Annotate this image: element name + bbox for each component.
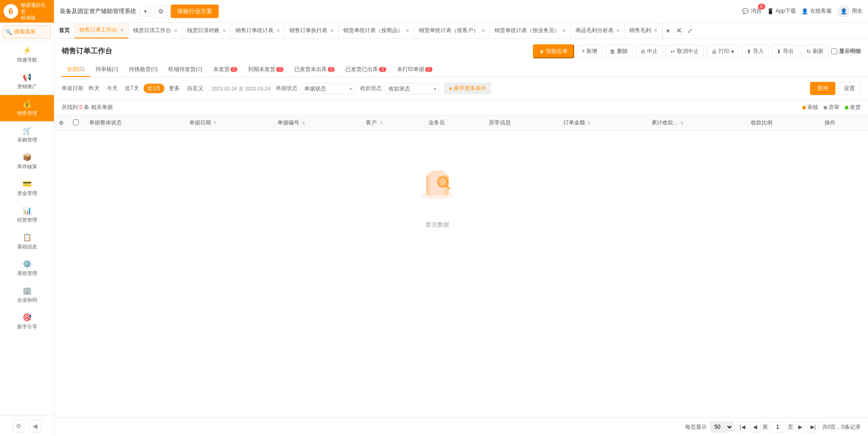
system-dropdown[interactable]: ▾ xyxy=(140,6,151,16)
collapse-sidebar-button[interactable]: ◀ xyxy=(29,420,42,432)
subtab-pending-verify[interactable]: 待拣验货(0) xyxy=(124,63,163,77)
query-button[interactable]: 查询 xyxy=(810,82,835,95)
select-all-checkbox[interactable] xyxy=(73,119,79,125)
date-opt-yesterday[interactable]: 昨天 xyxy=(86,84,102,93)
tab-more-button[interactable]: ▾ xyxy=(662,23,673,38)
expand-conditions-button[interactable]: ▾ 展开更多条件 xyxy=(444,83,491,94)
app-download-button[interactable]: 📱 App下载 xyxy=(767,7,796,15)
stop-button[interactable]: ⊘ 中止 xyxy=(636,45,663,58)
payment-status-select[interactable]: 收款状态 xyxy=(384,83,439,94)
date-opt-today[interactable]: 今天 xyxy=(104,84,120,93)
amount-sort-icon[interactable]: ⇅ xyxy=(587,120,591,125)
collected-sort-icon[interactable]: ⇅ xyxy=(680,120,684,125)
sidebar-item-sales[interactable]: 💰 销售管理 xyxy=(0,95,54,122)
smart-create-button[interactable]: ★ 智能生单 xyxy=(533,44,574,58)
tab-sales-order-stats[interactable]: 销售订单统计表 ✕ xyxy=(231,23,285,38)
page-number-input[interactable] xyxy=(770,422,786,432)
col-abnormal: 异常信息 xyxy=(484,115,558,131)
sidebar-item-operations[interactable]: 📊 经营管理 xyxy=(0,202,54,228)
refresh-icon: ↻ xyxy=(806,48,811,55)
logo: 6 畅捷通好生意 标准版 xyxy=(0,0,54,23)
first-page-button[interactable]: |◀ xyxy=(737,422,748,432)
per-page-select[interactable]: 50 100 200 xyxy=(710,422,734,432)
export-button[interactable]: ⬇ 导出 xyxy=(772,45,799,58)
date-opt-last1month[interactable]: 近1月 xyxy=(144,84,165,93)
tab-home[interactable]: 首页 xyxy=(54,23,75,38)
sidebar-item-guide[interactable]: 🎯 新手引导 xyxy=(0,308,54,335)
close-all-tabs-button[interactable]: ✕ xyxy=(673,23,685,38)
sidebar-item-system[interactable]: ⚙️ 系统管理 xyxy=(0,255,54,282)
tab-close-sales-stats-customer[interactable]: ✕ xyxy=(481,28,485,33)
subtab-pending-review[interactable]: 待审核(0) xyxy=(90,63,124,77)
sidebar-item-inventory[interactable]: 📦 库存核算 xyxy=(0,148,54,175)
unreviewed-action-button[interactable]: 弃审 xyxy=(824,104,839,111)
tab-cash-reconcile[interactable]: 钱货日清对账 ✕ xyxy=(182,23,231,38)
import-button[interactable]: ⬆ 导入 xyxy=(742,45,769,58)
subtab-not-shipped[interactable]: 未发货0 xyxy=(208,63,243,77)
tab-close-sales-order-stats[interactable]: ✕ xyxy=(276,28,280,33)
tab-product-margin[interactable]: 商品毛利分析表 ✕ xyxy=(571,23,625,38)
tab-sales-stats-customer[interactable]: 销货单统计表（按客户） ✕ xyxy=(414,23,490,38)
tab-close-sales-order-exec[interactable]: ✕ xyxy=(330,28,334,33)
customer-sort-icon[interactable]: ⇅ xyxy=(379,120,383,125)
tab-close-cash-daily[interactable]: ✕ xyxy=(174,28,177,33)
subtab-wangpu-ship[interactable]: 旺铺待发货(0) xyxy=(163,63,208,77)
sidebar-item-finance[interactable]: 💳 资金管理 xyxy=(0,175,54,202)
expand-tabs-button[interactable]: ⤢ xyxy=(685,23,695,38)
sidebar-item-purchase[interactable]: 🛒 采购管理 xyxy=(0,122,54,148)
date-opt-last7[interactable]: 近7天 xyxy=(122,84,142,93)
message-button[interactable]: 💬 消息 6 xyxy=(742,7,762,15)
tab-sales-gross[interactable]: 销售毛利 ✕ xyxy=(625,23,662,38)
user-menu-button[interactable]: 👤 用友 xyxy=(837,5,863,18)
topbar-settings-button[interactable]: ⚙ xyxy=(154,5,167,18)
tab-close-sales-order-workbench[interactable]: ✕ xyxy=(120,28,124,33)
subtab-all[interactable]: 全部(0) xyxy=(62,63,90,77)
settings-footer-button[interactable]: ⚙ xyxy=(13,420,25,432)
prev-page-button[interactable]: ◀ xyxy=(750,422,761,432)
next-page-button[interactable]: ▶ xyxy=(795,422,806,432)
tab-close-product-margin[interactable]: ✕ xyxy=(616,28,620,33)
subtab-not-printed[interactable]: 未打印单据0 xyxy=(392,63,438,77)
subtab-overdue-unshipped[interactable]: 到期未发货0 xyxy=(243,63,289,77)
refresh-button[interactable]: ↻ 刷新 xyxy=(801,45,829,58)
settings-button[interactable]: 设置 xyxy=(838,82,861,95)
show-detail-checkbox-label[interactable]: 显示明细 xyxy=(831,47,861,55)
date-opt-custom[interactable]: 自定义 xyxy=(184,84,206,93)
ship-action-button[interactable]: 发货 xyxy=(845,104,861,111)
result-count: 共找到 0 条 相关单据 xyxy=(62,104,113,111)
tab-close-cash-reconcile[interactable]: ✕ xyxy=(222,28,226,33)
sidebar-search-section: 🔍 搜索菜单 xyxy=(0,23,54,42)
topbar: 装备及固定资产辅助管理系统 ▾ ⚙ 体验行业方案 💬 消息 6 📱 App下载 … xyxy=(54,0,868,23)
sidebar-item-marketing[interactable]: 📢 营销推广 xyxy=(0,68,54,95)
tab-sales-order-exec[interactable]: 销售订单执行表 ✕ xyxy=(285,23,339,38)
expand-icon: ▾ xyxy=(449,85,452,92)
sidebar-item-enterprise[interactable]: 🏢 企业协同 xyxy=(0,282,54,308)
sidebar-item-basic-info[interactable]: 📋 基础信息 xyxy=(0,228,54,255)
subtab-shipped-not-out[interactable]: 已发货未出库0 xyxy=(289,63,340,77)
new-button[interactable]: + 新增 xyxy=(577,45,602,58)
tab-cash-daily[interactable]: 钱货日清工作台 ✕ xyxy=(129,23,182,38)
show-detail-checkbox[interactable] xyxy=(831,48,837,54)
tab-close-sales-stats-product[interactable]: ✕ xyxy=(406,28,409,33)
tab-close-sales-gross[interactable]: ✕ xyxy=(654,28,657,33)
delete-button[interactable]: 🗑 删除 xyxy=(605,45,633,58)
tab-close-sales-stats-staff[interactable]: ✕ xyxy=(562,28,566,33)
review-action-button[interactable]: 审核 xyxy=(802,104,818,111)
tab-sales-stats-staff[interactable]: 销货单统计表（按业务员） ✕ xyxy=(490,23,571,38)
settings-col-icon[interactable]: ⚙ xyxy=(59,120,64,126)
cancel-stop-button[interactable]: ↩ 取消中止 xyxy=(666,45,704,58)
sidebar-item-quick-nav[interactable]: ⚡ 快捷导航 xyxy=(0,42,54,68)
tab-sales-order-workbench[interactable]: 销售订单工作台 ✕ xyxy=(75,23,129,38)
print-button[interactable]: 🖨 打印 ▾ xyxy=(706,45,739,58)
tabbar: 首页 销售订单工作台 ✕ 钱货日清工作台 ✕ 钱货日清对账 ✕ 销售订单统计表 … xyxy=(54,23,868,39)
industry-solution-button[interactable]: 体验行业方案 xyxy=(171,5,219,18)
number-sort-icon[interactable]: ⇅ xyxy=(302,120,305,125)
doc-status-select[interactable]: 单据状态 xyxy=(300,83,355,94)
date-sort-icon[interactable]: ⇅ xyxy=(213,120,217,125)
online-service-button[interactable]: 👤 在线客服 xyxy=(801,7,832,15)
tab-sales-stats-product[interactable]: 销货单统计表（按商品） ✕ xyxy=(339,23,414,38)
last-page-button[interactable]: ▶| xyxy=(808,422,819,432)
subtab-shipped-out[interactable]: 已发货已出库0 xyxy=(340,63,392,77)
date-opt-more[interactable]: 更多 xyxy=(166,84,182,93)
search-menu-button[interactable]: 🔍 搜索菜单 xyxy=(3,25,51,38)
